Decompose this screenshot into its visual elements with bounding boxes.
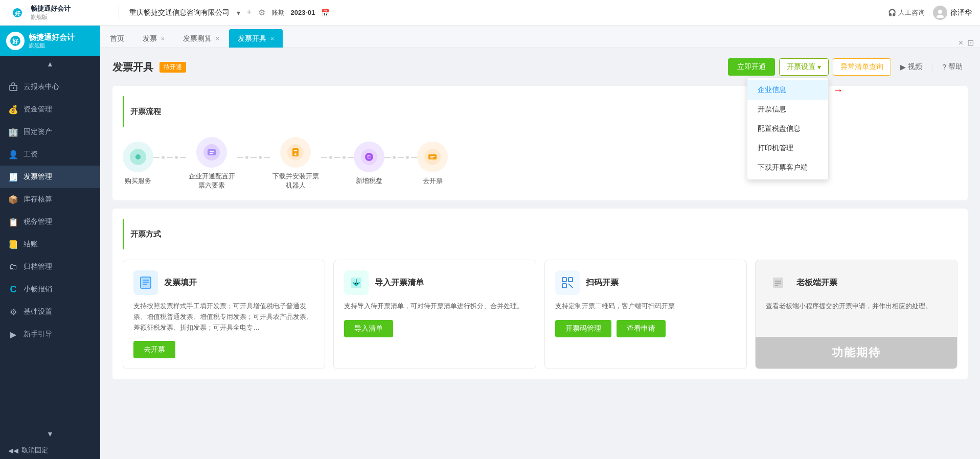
user-info[interactable]: 徐泽华 (933, 6, 972, 20)
sidebar-scroll-down[interactable]: ▼ (0, 426, 100, 442)
app-title: 畅捷通好会计 (31, 4, 71, 13)
flow-step-4-icon: 税 (354, 142, 384, 172)
flow-step-2-label: 企业开通配置开票六要素 (186, 172, 237, 190)
dropdown-item-download-client[interactable]: 下载开票客户端 (747, 158, 828, 177)
tab-close-all-icon[interactable]: × (959, 38, 963, 48)
tab-invoice-issue-close[interactable]: × (270, 35, 274, 42)
tab-invoice-close[interactable]: × (161, 35, 165, 42)
scan-code-manage-button[interactable]: 开票码管理 (555, 320, 611, 337)
sidebar-item-accounting[interactable]: 📒 结账 (0, 233, 100, 256)
sidebar-label-accounting: 结账 (24, 240, 38, 249)
exception-button[interactable]: 异常清单查询 (833, 58, 891, 76)
sidebar-label-archive: 归档管理 (24, 262, 52, 271)
sidebar-item-guide[interactable]: ▶ 新手引导 (0, 323, 100, 346)
accounting-icon: 📒 (8, 239, 18, 249)
flow-step-2-icon (196, 137, 227, 168)
sidebar-label-fund: 资金管理 (24, 105, 52, 114)
sidebar-label-settings: 基础设置 (24, 307, 52, 316)
flow-step-1-label: 购买服务 (125, 176, 151, 186)
scan-invoice-icon (555, 270, 580, 295)
svg-rect-22 (428, 154, 437, 159)
boss-overlay: 功能期待 (756, 337, 957, 369)
import-invoice-title: 导入开票清单 (375, 278, 424, 288)
import-invoice-desc: 支持导入待开票清单，可对待开票清单进行拆分、合并处理。 (344, 301, 525, 312)
guide-icon: ▶ (8, 329, 18, 339)
tab-maximize-icon[interactable]: ⊡ (967, 38, 974, 48)
page-title: 发票开具 (112, 60, 153, 74)
sidebar-label-cloud-report: 云报表中心 (24, 82, 59, 91)
sidebar-item-fixed-assets[interactable]: 🏢 固定资产 (0, 121, 100, 143)
sidebar-item-invoice[interactable]: 🧾 发票管理 (0, 166, 100, 188)
logo-icon: 好 (8, 4, 27, 22)
fill-invoice-icon (133, 270, 158, 295)
methods-title: 开票方式 (130, 230, 161, 239)
sidebar-scroll-up[interactable]: ▲ (0, 56, 100, 72)
scan-invoice-desc: 支持定制开票二维码，客户端可扫码开票 (555, 301, 736, 312)
sidebar-item-salary[interactable]: 👤 工资 (0, 143, 100, 166)
company-dropdown-icon[interactable]: ▾ (237, 9, 240, 17)
svg-rect-32 (568, 278, 573, 282)
dropdown-item-company-info[interactable]: 企业信息 → (747, 80, 828, 100)
chevron-down-icon: ▾ (817, 63, 821, 71)
payment-card-boss: 老板端开票 查看老板端小程序提交的开票申请，并作出相应的处理。 功能期待 (755, 260, 958, 369)
settings-button[interactable]: 开票设置 ▾ (779, 58, 829, 76)
sidebar-item-archive[interactable]: 🗂 归档管理 (0, 256, 100, 278)
sidebar-label-guide: 新手引导 (24, 330, 52, 339)
fill-invoice-button[interactable]: 去开票 (133, 341, 175, 358)
help-button[interactable]: ? 帮助 (937, 59, 968, 75)
logo-area: 好 畅捷通好会计 旗舰版 (8, 4, 108, 22)
settings-icon[interactable]: ⚙ (258, 8, 265, 17)
fill-invoice-desc: 支持按照发票样式手工填开发票；可开具增值税电子普通发票、增值税普通发票、增值税专… (133, 301, 314, 333)
sidebar-item-report[interactable]: C 小畅报销 (0, 278, 100, 301)
activate-button[interactable]: 立即开通 (728, 58, 775, 76)
svg-point-15 (294, 153, 297, 155)
sidebar-label-report: 小畅报销 (24, 285, 52, 294)
import-invoice-button[interactable]: 导入清单 (344, 320, 393, 337)
flow-step-1: 购买服务 (123, 142, 153, 186)
svg-rect-35 (773, 278, 783, 288)
tab-invoice-issue[interactable]: 发票开具 × (229, 29, 283, 48)
fixed-assets-icon: 🏢 (8, 127, 18, 137)
sidebar-item-cloud-report[interactable]: 云报表中心 (0, 76, 100, 98)
section-divider (123, 96, 124, 127)
methods-section: 开票方式 发票填开 支持按照发票样式手工填开发票；可开具增值税电子普通发票、增值… (112, 209, 968, 379)
video-button[interactable]: ▶ 视频 (895, 59, 927, 75)
flow-step-3: 下载并安装开票机器人 (270, 137, 321, 190)
sidebar-app-subtitle: 旗舰版 (29, 42, 75, 50)
red-arrow-icon: → (833, 84, 844, 96)
fill-invoice-title: 发票填开 (164, 278, 197, 288)
cancel-fixed-button[interactable]: ◀◀ 取消固定 (0, 442, 100, 459)
tab-invoice[interactable]: 发票 × (134, 29, 173, 48)
tab-home[interactable]: 首页 (101, 29, 133, 48)
flow-steps: 购买服务 企业开通配置开票六要素 (123, 137, 958, 190)
status-badge: 待开通 (159, 62, 186, 73)
sidebar-label-inventory: 库存核算 (24, 195, 52, 204)
settings-icon-sidebar: ⚙ (8, 307, 18, 317)
sidebar-item-settings[interactable]: ⚙ 基础设置 (0, 301, 100, 323)
sidebar-item-fund[interactable]: 💰 资金管理 (0, 98, 100, 121)
tab-invoice-label: 发票 (143, 34, 157, 43)
svg-text:税: 税 (367, 155, 372, 160)
boss-invoice-desc: 查看老板端小程序提交的开票申请，并作出相应的处理。 (766, 301, 947, 312)
add-icon[interactable]: + (246, 7, 252, 18)
company-name: 重庆畅捷交通信息咨询有限公司 (129, 8, 230, 17)
tab-invoice-calc[interactable]: 发票测算 × (174, 29, 228, 48)
flow-step-5: 去开票 (417, 142, 448, 186)
dropdown-item-tax-config[interactable]: 配置税盘信息 (747, 119, 828, 139)
fund-icon: 💰 (8, 104, 18, 114)
sidebar-item-inventory[interactable]: 📦 库存核算 (0, 188, 100, 211)
svg-point-3 (937, 15, 944, 18)
dropdown-item-printer[interactable]: 打印机管理 (747, 139, 828, 158)
inventory-icon: 📦 (8, 194, 18, 204)
flow-step-1-icon (123, 142, 153, 172)
sidebar-item-tax[interactable]: 📋 税务管理 (0, 211, 100, 233)
page-header: 发票开具 待开通 立即开通 开票设置 ▾ 企业信息 → (112, 58, 968, 76)
headset-icon: 🎧 (888, 9, 896, 16)
tab-invoice-calc-close[interactable]: × (216, 35, 219, 42)
dropdown-item-invoice-info[interactable]: 开票信息 (747, 100, 828, 119)
cancel-fixed-label: 取消固定 (21, 446, 48, 455)
consulting-button[interactable]: 🎧 人工咨询 (888, 8, 925, 17)
svg-rect-31 (562, 278, 566, 282)
scan-view-apply-button[interactable]: 查看申请 (617, 320, 666, 337)
calendar-icon[interactable]: 📅 (321, 9, 330, 17)
